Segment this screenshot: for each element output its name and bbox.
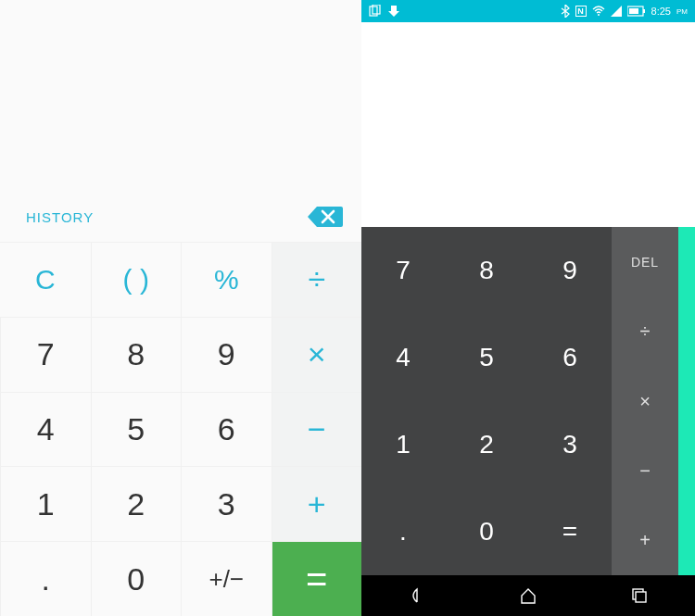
digit-1[interactable]: 1 <box>0 466 91 541</box>
display-area <box>361 22 695 227</box>
parentheses-button[interactable]: ( ) <box>91 242 182 317</box>
advanced-panel-handle[interactable] <box>678 227 695 575</box>
percent-button[interactable]: % <box>181 242 272 317</box>
pad-area: 7 8 9 4 5 6 1 2 3 . 0 = DEL ÷ × − + <box>361 227 695 575</box>
back-icon <box>407 585 427 606</box>
digit-6[interactable]: 6 <box>528 314 612 401</box>
digit-0[interactable]: 0 <box>445 488 528 575</box>
google-calculator: N 8:25 PM 7 8 9 4 5 6 1 2 3 . 0 <box>361 0 695 616</box>
digit-8[interactable]: 8 <box>91 317 182 392</box>
digit-8[interactable]: 8 <box>445 227 528 314</box>
bluetooth-icon <box>561 5 570 18</box>
digit-9[interactable]: 9 <box>181 317 272 392</box>
digit-3[interactable]: 3 <box>181 466 272 541</box>
home-button[interactable] <box>508 575 549 616</box>
display-area: HISTORY <box>0 0 361 242</box>
home-icon <box>519 586 537 605</box>
signal-icon <box>611 6 622 17</box>
download-icon <box>387 5 400 18</box>
svg-rect-4 <box>643 9 645 13</box>
divide-button[interactable]: ÷ <box>272 242 362 317</box>
digit-4[interactable]: 4 <box>0 392 91 467</box>
plus-button[interactable]: + <box>612 506 678 575</box>
divide-button[interactable]: ÷ <box>612 296 678 366</box>
digit-7[interactable]: 7 <box>361 227 445 314</box>
equals-button[interactable]: = <box>272 541 362 616</box>
status-bar: N 8:25 PM <box>361 0 695 22</box>
digit-5[interactable]: 5 <box>91 392 182 467</box>
minus-button[interactable]: − <box>612 436 678 506</box>
status-ampm: PM <box>676 7 688 16</box>
digit-9[interactable]: 9 <box>528 227 612 314</box>
nfc-icon: N <box>575 6 587 17</box>
navigation-bar <box>361 575 695 616</box>
digit-0[interactable]: 0 <box>91 541 182 616</box>
numpad: 7 8 9 4 5 6 1 2 3 . 0 = <box>361 227 612 575</box>
digit-4[interactable]: 4 <box>361 314 445 401</box>
recents-icon <box>630 586 649 605</box>
digit-2[interactable]: 2 <box>91 466 182 541</box>
multiply-button[interactable]: × <box>272 317 362 392</box>
delete-button[interactable]: DEL <box>612 227 678 296</box>
svg-point-2 <box>598 14 600 16</box>
wifi-icon <box>592 6 605 17</box>
digit-1[interactable]: 1 <box>361 401 445 488</box>
backspace-button[interactable] <box>304 204 345 230</box>
plus-button[interactable]: + <box>272 466 362 541</box>
digit-6[interactable]: 6 <box>181 392 272 467</box>
clear-button[interactable]: C <box>0 242 91 317</box>
history-row: HISTORY <box>0 201 361 233</box>
minus-button[interactable]: − <box>272 392 362 467</box>
status-time: 8:25 <box>651 6 671 17</box>
digit-5[interactable]: 5 <box>445 314 528 401</box>
sign-toggle-button[interactable]: +/− <box>181 541 272 616</box>
battery-icon <box>627 6 646 17</box>
svg-rect-7 <box>636 592 646 602</box>
keypad: C ( ) % ÷ 7 8 9 × 4 5 6 − 1 2 3 + . 0 +/… <box>0 242 361 616</box>
decimal-button[interactable]: . <box>0 541 91 616</box>
digit-7[interactable]: 7 <box>0 317 91 392</box>
backspace-icon <box>306 205 343 229</box>
decimal-button[interactable]: . <box>361 488 445 575</box>
digit-2[interactable]: 2 <box>445 401 528 488</box>
history-button[interactable]: HISTORY <box>26 209 94 225</box>
multiply-button[interactable]: × <box>612 366 678 435</box>
notification-icon <box>369 5 382 18</box>
samsung-calculator: HISTORY C ( ) % ÷ 7 8 9 × 4 5 6 − 1 2 3 … <box>0 0 361 616</box>
digit-3[interactable]: 3 <box>528 401 612 488</box>
back-button[interactable] <box>397 575 437 616</box>
operator-column: DEL ÷ × − + <box>612 227 678 575</box>
svg-rect-5 <box>629 8 638 14</box>
recents-button[interactable] <box>619 575 660 616</box>
equals-button[interactable]: = <box>528 488 612 575</box>
